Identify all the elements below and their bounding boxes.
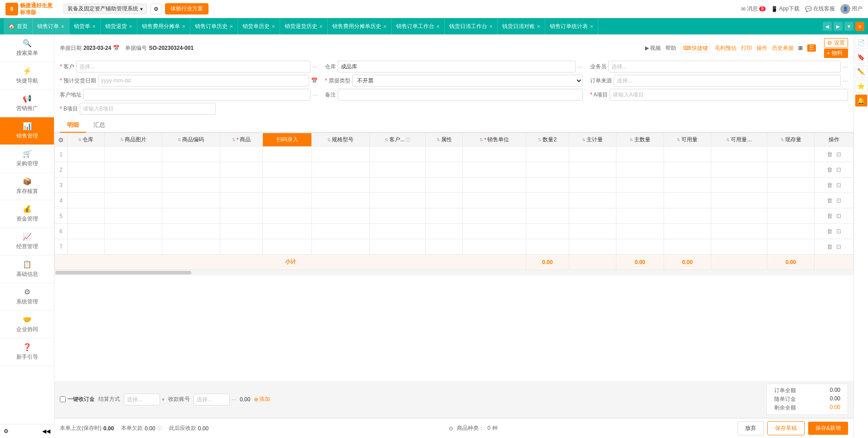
user-menu[interactable]: 👤 用户 [840, 4, 863, 14]
profit-button[interactable]: 毛利预估 [715, 44, 737, 52]
print-button[interactable]: 打印 [741, 44, 752, 52]
sidebar-item-search[interactable]: 🔍 搜索菜单 [0, 34, 54, 62]
industry-solution-button[interactable]: 体验行业方案 [165, 3, 209, 14]
staff-input[interactable] [608, 61, 841, 72]
tab-sales-stats[interactable]: 销售订单统计表 ✕ [545, 18, 598, 34]
delete-row-6-button[interactable]: 🗑 [826, 227, 834, 236]
copy-row-2-button[interactable]: ⊡ [835, 165, 842, 174]
tab-sales-return[interactable]: 销货退货 ✕ [101, 18, 137, 34]
tab-home[interactable]: 🏠 首页 [4, 18, 33, 34]
sidebar-item-guide[interactable]: ❓ 新手引导 [0, 338, 54, 366]
delete-row-3-button[interactable]: 🗑 [826, 181, 834, 189]
sidebar-item-base[interactable]: 📋 基础信息 [0, 255, 54, 283]
nav-expand-button[interactable]: ▼ [844, 22, 853, 31]
tab-detail[interactable]: 明细 [60, 118, 86, 133]
warehouse-more-icon[interactable]: ··· [577, 63, 583, 70]
invoice-type-select[interactable]: 不开票 [352, 75, 583, 87]
tab-sales-goods[interactable]: 销货单 ✕ [69, 18, 101, 34]
delivery-date-input[interactable] [98, 75, 309, 87]
horizontal-scrollbar[interactable] [54, 270, 853, 275]
note-input[interactable] [338, 89, 583, 101]
col-attr-header[interactable]: ⇅属性 [426, 133, 463, 147]
view-button[interactable]: ▶ 视频 [645, 44, 661, 52]
discard-button[interactable]: 放弃 [737, 421, 764, 435]
col-available2-header[interactable]: ⇅可用量... [711, 133, 767, 147]
addr-more-icon[interactable]: ··· [312, 91, 318, 98]
tab-summary[interactable]: 汇总 [86, 118, 112, 133]
col-main-qty-header[interactable]: ⇅主数量 [616, 133, 664, 147]
tab-order-workspace[interactable]: 销售订单工作台 ✕ [392, 18, 445, 34]
sidebar-item-nav[interactable]: ⚡ 快捷导航 [0, 62, 54, 90]
col-qty2-header[interactable]: ⇅数量2 [526, 133, 569, 147]
right-panel-bookmark-button[interactable]: 🔖 [855, 51, 868, 63]
right-panel-doc-button[interactable]: 📄 [855, 36, 868, 49]
shortcut-button[interactable]: ⌨ 快捷键 [681, 43, 710, 53]
sidebar-item-finance[interactable]: 💰 资金管理 [0, 200, 54, 228]
table-icon[interactable]: ☰ [807, 44, 816, 52]
order-source-more-icon[interactable]: ··· [843, 77, 848, 84]
a-project-input[interactable] [610, 89, 848, 101]
calendar-icon[interactable]: 📅 [113, 45, 120, 51]
tab-return-history[interactable]: 销货退货历史 ✕ [280, 18, 328, 34]
add-field-button[interactable]: + 物料 [824, 48, 848, 58]
copy-row-7-button[interactable]: ⊡ [835, 242, 842, 251]
col-unit-header[interactable]: ⇅*销售单位 [463, 133, 526, 147]
customer-more-icon[interactable]: ··· [312, 63, 318, 70]
col-image-header[interactable]: ⇅商品图片 [104, 133, 162, 147]
col-main-unit-header[interactable]: ⇅主计量 [569, 133, 616, 147]
sidebar-item-sales[interactable]: 📊 销售管理 [0, 117, 54, 145]
nav-close-button[interactable]: ✕ [855, 22, 864, 31]
tab-daily-clear[interactable]: 钱货日清工作台 ✕ [445, 18, 498, 34]
sidebar-item-collab[interactable]: 🤝 企业协同 [0, 311, 54, 338]
help-button[interactable]: 帮助 [665, 44, 676, 52]
right-panel-notify-button[interactable]: 🔔 [855, 94, 868, 107]
customer-addr-input[interactable] [83, 89, 310, 101]
save-new-button[interactable]: 保存&新增 [808, 422, 848, 435]
copy-row-1-button[interactable]: ⊡ [835, 150, 842, 159]
right-panel-edit-button[interactable]: ✏️ [855, 65, 868, 78]
delete-row-7-button[interactable]: 🗑 [826, 242, 834, 251]
right-panel-star-button[interactable]: ⭐ [855, 80, 868, 92]
tab-goods-history[interactable]: 销货单历史 ✕ [238, 18, 280, 34]
delete-row-1-button[interactable]: 🗑 [826, 150, 834, 159]
sidebar-collapse-icon[interactable]: ◀◀ [42, 428, 50, 434]
settings-form-button[interactable]: ⚙ 设置 [824, 38, 848, 48]
col-settings-header[interactable]: ⚙ [55, 133, 68, 147]
sidebar-item-system[interactable]: ⚙ 系统管理 [0, 283, 54, 311]
sidebar-settings-icon[interactable]: ⚙ [4, 428, 9, 434]
history-button[interactable]: 历史单据 [772, 44, 794, 52]
sidebar-item-purchase[interactable]: 🛒 采购管理 [0, 145, 54, 173]
col-warehouse-header[interactable]: ⇅仓库 [68, 133, 105, 147]
col-available-header[interactable]: ⇅可用量 [664, 133, 711, 147]
action-button[interactable]: 操作 [756, 44, 767, 52]
app-download-button[interactable]: 📱 App下载 [771, 5, 800, 13]
delivery-calendar-icon[interactable]: 📅 [311, 77, 318, 84]
save-draft-button[interactable]: 保存草稿 [767, 421, 805, 435]
tab-expense-history[interactable]: 销售费用分摊单历史 ✕ [328, 18, 392, 34]
b-project-input[interactable] [80, 103, 216, 115]
col-scan-header[interactable]: 扫码录入 [262, 133, 311, 147]
view-toggle-icon[interactable]: ⊞ [798, 45, 803, 51]
add-payment-button[interactable]: ⊕ 添加 [254, 395, 270, 403]
order-source-input[interactable] [614, 75, 841, 87]
staff-more-icon[interactable]: ··· [843, 63, 848, 70]
online-service-button[interactable]: 💬 在线客服 [805, 5, 835, 13]
nav-next-button[interactable]: ▶ [834, 22, 843, 31]
sidebar-item-inventory[interactable]: 📦 库存核算 [0, 173, 54, 200]
copy-row-4-button[interactable]: ⊡ [835, 196, 842, 205]
sidebar-item-marketing[interactable]: 📢 营销推广 [0, 90, 54, 117]
tab-sales-order[interactable]: 销售订单 ✕ [33, 18, 69, 34]
col-customer-header[interactable]: ⇅客户...ⓘ [369, 133, 426, 147]
delete-row-5-button[interactable]: 🗑 [826, 212, 834, 220]
tab-daily-reconcile[interactable]: 钱货日清对账 ✕ [498, 18, 545, 34]
account-input[interactable] [194, 394, 230, 405]
col-stock-header[interactable]: ⇅现存量 [767, 133, 815, 147]
nav-prev-button[interactable]: ◀ [823, 22, 832, 31]
warehouse-input[interactable] [338, 61, 576, 72]
customer-input[interactable] [76, 61, 310, 72]
col-product-header[interactable]: ⇅*商品 [220, 133, 262, 147]
copy-row-6-button[interactable]: ⊡ [835, 227, 842, 236]
sidebar-item-operation[interactable]: 📈 经营管理 [0, 228, 54, 255]
copy-row-5-button[interactable]: ⊡ [835, 212, 842, 220]
one-click-deposit-checkbox[interactable]: 一键收订金 [60, 395, 95, 403]
